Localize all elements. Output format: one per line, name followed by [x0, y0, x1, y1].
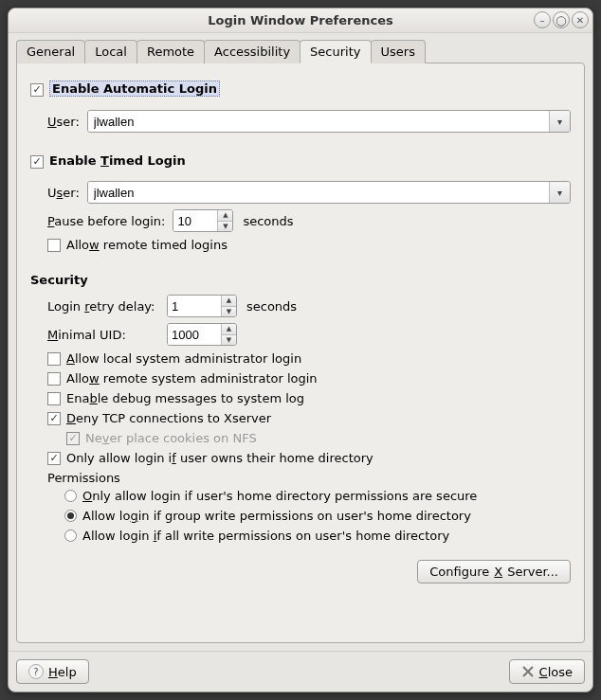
tab-strip: General Local Remote Accessibility Secur… — [16, 40, 585, 63]
preferences-window: Login Window Preferences – ◯ ✕ General L… — [8, 8, 593, 692]
retry-up[interactable]: ▲ — [222, 296, 236, 307]
timed-login-user-input[interactable] — [88, 182, 549, 203]
min-uid-input[interactable] — [168, 324, 221, 345]
window-title: Login Window Preferences — [9, 13, 592, 27]
tab-general[interactable]: General — [16, 40, 85, 63]
timed-login-user-row: User: ▾ — [47, 181, 571, 204]
allow-local-admin-label: Allow local system administrator login — [66, 351, 301, 366]
timed-login-label: Enable Timed Login — [49, 153, 186, 168]
window-controls: – ◯ ✕ — [534, 11, 589, 28]
perm-all-label: Allow login if all write permissions on … — [82, 529, 449, 543]
tab-security[interactable]: Security — [300, 40, 371, 63]
window-content: General Local Remote Accessibility Secur… — [9, 33, 592, 651]
deny-tcp-checkbox[interactable] — [47, 412, 61, 425]
retry-label: Login retry delay: — [47, 299, 159, 314]
help-label: Help — [48, 665, 77, 679]
security-panel: Enable Automatic Login User: ▾ Enable Ti… — [16, 63, 585, 643]
retry-down[interactable]: ▼ — [222, 307, 236, 317]
auto-login-row: Enable Automatic Login — [30, 75, 571, 104]
close-label: Close — [539, 665, 573, 679]
auto-login-label: Enable Automatic Login — [49, 81, 220, 97]
configure-x-row: Configure X Server... — [30, 560, 571, 583]
enable-debug-label: Enable debug messages to system log — [66, 391, 304, 405]
perm-group-label: Allow login if group write permissions o… — [82, 509, 471, 523]
close-icon[interactable]: ✕ — [572, 11, 589, 28]
pause-down[interactable]: ▼ — [218, 222, 232, 232]
tab-remote[interactable]: Remote — [137, 40, 205, 63]
never-nfs-row: Never place cookies on NFS — [66, 431, 571, 445]
min-uid-row: Minimal UID: ▲ ▼ — [47, 323, 571, 346]
perm-secure-row: Only allow login if user's home director… — [64, 489, 571, 503]
allow-remote-timed-checkbox[interactable] — [47, 239, 61, 252]
tab-local[interactable]: Local — [84, 40, 137, 63]
auto-login-user-input[interactable] — [88, 111, 549, 132]
timed-login-user-combo: ▾ — [87, 181, 571, 204]
help-icon: ? — [28, 664, 44, 679]
allow-remote-timed-row: Allow remote timed logins — [47, 238, 571, 252]
timed-login-row: Enable Timed Login — [30, 148, 571, 175]
close-x-icon — [521, 665, 535, 678]
auto-login-user-dropdown[interactable]: ▾ — [549, 111, 570, 132]
auto-login-user-label: User: — [47, 115, 80, 129]
security-heading: Security — [30, 273, 571, 287]
allow-remote-admin-label: Allow remote system administrator login — [66, 371, 318, 386]
configure-x-button[interactable]: Configure X Server... — [417, 560, 571, 583]
min-uid-up[interactable]: ▲ — [222, 324, 236, 335]
auto-login-checkbox[interactable] — [30, 83, 44, 97]
timed-login-checkbox[interactable] — [30, 155, 44, 169]
auto-login-user-row: User: ▾ — [47, 110, 571, 133]
timed-login-user-dropdown[interactable]: ▾ — [549, 182, 570, 203]
retry-spinner: ▲ ▼ — [167, 295, 237, 317]
tab-users[interactable]: Users — [371, 40, 426, 63]
only-owner-checkbox[interactable] — [47, 452, 61, 465]
perm-group-row: Allow login if group write permissions o… — [64, 509, 571, 523]
pause-row: Pause before login: ▲ ▼ seconds — [47, 209, 571, 232]
maximize-icon[interactable]: ◯ — [553, 11, 570, 28]
allow-remote-admin-checkbox[interactable] — [47, 372, 61, 386]
pause-input[interactable] — [173, 210, 217, 231]
pause-up[interactable]: ▲ — [218, 210, 232, 222]
enable-debug-row: Enable debug messages to system log — [47, 391, 571, 405]
retry-input[interactable] — [168, 296, 221, 316]
never-nfs-label: Never place cookies on NFS — [85, 431, 257, 445]
min-uid-down[interactable]: ▼ — [222, 335, 236, 346]
perm-all-row: Allow login if all write permissions on … — [64, 529, 571, 543]
min-uid-spinner: ▲ ▼ — [167, 323, 237, 346]
min-uid-label: Minimal UID: — [47, 328, 159, 342]
pause-label: Pause before login: — [47, 214, 165, 228]
permissions-heading: Permissions — [47, 471, 571, 485]
enable-debug-checkbox[interactable] — [47, 392, 61, 405]
retry-row: Login retry delay: ▲ ▼ seconds — [47, 295, 571, 317]
allow-local-admin-row: Allow local system administrator login — [47, 351, 571, 366]
help-button[interactable]: ? Help — [16, 659, 89, 684]
tab-accessibility[interactable]: Accessibility — [204, 40, 300, 63]
allow-remote-timed-label: Allow remote timed logins — [66, 238, 228, 252]
pause-spinner: ▲ ▼ — [173, 209, 233, 232]
perm-secure-radio[interactable] — [64, 490, 77, 502]
perm-secure-label: Only allow login if user's home director… — [82, 489, 477, 503]
minimize-icon[interactable]: – — [534, 11, 551, 28]
retry-unit: seconds — [246, 299, 297, 314]
deny-tcp-row: Deny TCP connections to Xserver — [47, 411, 571, 425]
allow-remote-admin-row: Allow remote system administrator login — [47, 371, 571, 386]
permissions-group: Permissions Only allow login if user's h… — [47, 471, 571, 543]
auto-login-user-combo: ▾ — [87, 110, 571, 133]
pause-unit: seconds — [243, 214, 293, 228]
only-owner-row: Only allow login if user owns their home… — [47, 451, 571, 465]
close-button[interactable]: Close — [509, 659, 585, 684]
deny-tcp-label: Deny TCP connections to Xserver — [66, 411, 271, 425]
only-owner-label: Only allow login if user owns their home… — [66, 451, 373, 465]
timed-login-user-label: User: — [47, 186, 80, 200]
titlebar: Login Window Preferences – ◯ ✕ — [9, 9, 592, 33]
never-nfs-checkbox — [66, 432, 80, 445]
perm-all-radio[interactable] — [64, 529, 77, 542]
perm-group-radio[interactable] — [64, 510, 77, 522]
dialog-footer: ? Help Close — [9, 651, 592, 691]
allow-local-admin-checkbox[interactable] — [47, 352, 61, 366]
